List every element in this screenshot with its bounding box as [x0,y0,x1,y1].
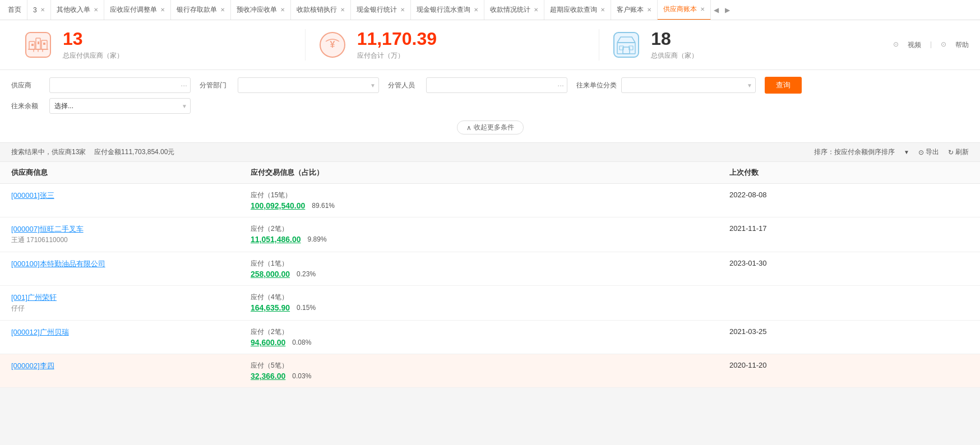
summary-card-total-suppliers: 18 总供应商（家） [599,29,893,61]
close-icon[interactable]: ✕ [600,7,605,13]
last-pay-0: 2022-08-08 [729,191,767,199]
dept-select-wrap: ▼ [238,77,379,93]
tx-label-2: 应付（1笔） [251,259,729,268]
nav-tab-customer-ledger[interactable]: 客户账本 ✕ [611,0,658,20]
close-icon[interactable]: ✕ [220,7,225,13]
collapse-button[interactable]: ∧ 收起更多条件 [457,120,524,135]
nav-tab-cash-bank-stat[interactable]: 现金银行统计 ✕ [351,0,411,20]
refresh-button[interactable]: ↻ 刷新 [948,147,969,157]
tx-percent-1: 9.89% [308,235,327,243]
filter-supplier: 供应商 ··· [11,77,191,93]
person-filter-label: 分管人员 [388,81,422,90]
total-supplier-count: 18 [651,29,698,49]
close-icon[interactable]: ✕ [340,7,345,13]
supplier-sub-1: 王通 17106110000 [11,235,251,245]
summary-section: 13 总应付供应商（家） ¥ 11,170.39 应付合计（万） [0,20,980,70]
tx-amount-5[interactable]: 32,366.00 [251,372,285,381]
help-link[interactable]: 帮助 [955,40,969,50]
nav-tab-supplier-ledger[interactable]: 供应商账本 ✕ [658,0,711,20]
close-icon[interactable]: ✕ [474,7,478,13]
filter-person: 分管人员 ··· [388,77,567,93]
tx-label-3: 应付（4笔） [251,293,729,302]
tx-amount-0[interactable]: 100,092,540.00 [251,201,305,210]
tx-amount-3[interactable]: 164,635.90 [251,303,290,312]
nav-tab-cash-flow[interactable]: 现金银行流水查询 ✕ [411,0,484,20]
total-payable-amount: 11,170.39 [357,29,437,49]
close-icon[interactable]: ✕ [534,7,538,13]
chevron-up-icon: ∧ [466,124,471,132]
refresh-icon: ↻ [948,149,954,156]
tx-row-5: 32,366.00 0.03% [251,372,729,381]
sort-label: 排序：按应付余额倒序排序 [814,147,895,157]
nav-tab-other-income[interactable]: 其他收入单 ✕ [51,0,104,20]
summary-card-payable-suppliers: 13 总应付供应商（家） [11,29,306,61]
supplier-link-3[interactable]: [001]广州荣轩 [11,293,251,303]
supplier-info-cell-1: [000007]恒旺二手叉车 王通 17106110000 [11,224,251,245]
close-icon[interactable]: ✕ [700,6,705,12]
svg-text:¥: ¥ [330,40,335,49]
top-navigation: 首页 3 ✕ 其他收入单 ✕ 应收应付调整单 ✕ 银行存取款单 ✕ 预收冲应收单… [0,0,980,20]
supplier-link-2[interactable]: [000100]本特勤油品有限公司 [11,259,251,269]
supplier-info-cell-3: [001]广州荣轩 仔仔 [11,293,251,313]
tx-amount-1[interactable]: 11,051,486.00 [251,235,301,244]
table-header-tx: 应付交易信息（占比） [251,168,729,178]
nav-right-arrow[interactable]: ▶ [722,0,733,20]
summary-card1-info: 13 总应付供应商（家） [63,29,123,61]
tx-amount-2[interactable]: 258,000.00 [251,270,290,279]
nav-tab-ap-adjustment[interactable]: 应收应付调整单 ✕ [104,0,171,20]
query-button[interactable]: 查询 [765,77,802,94]
supplier-info-cell-5: [000002]李四 [11,361,251,371]
svg-rect-2 [31,44,34,46]
lastpay-cell-0: 2022-08-08 [729,191,969,199]
video-link[interactable]: 视频 [908,40,921,50]
close-icon[interactable]: ✕ [400,7,405,13]
supplier-link-0[interactable]: [000001]张三 [11,191,251,201]
balance-select[interactable]: 选择... [49,98,191,114]
close-icon[interactable]: ✕ [160,7,165,13]
supplier-link-1[interactable]: [000007]恒旺二手叉车 [11,224,251,234]
result-text-1: 搜索结果中，供应商13家 [11,147,86,157]
nav-tab-collection-stat[interactable]: 收款情况统计 ✕ [484,0,544,20]
close-icon[interactable]: ✕ [94,7,98,13]
filter-dept: 分管部门 ▼ [200,77,379,93]
balance-filter-label: 往来余额 [11,101,45,111]
supplier-link-5[interactable]: [000002]李四 [11,361,251,371]
export-icon: ⊙ [918,149,924,156]
nav-left-arrow[interactable]: ◀ [711,0,722,20]
export-button[interactable]: ⊙ 导出 [918,147,939,157]
summary-card3-info: 18 总供应商（家） [651,29,698,61]
supplier-link-4[interactable]: [000012]广州贝瑞 [11,327,251,337]
nav-tab-3[interactable]: 3 ✕ [27,0,51,20]
summary-links: ⊙ 视频 | ⊙ 帮助 [893,40,969,50]
table-header-row: 供应商信息 应付交易信息（占比） 上次付数 [0,162,980,184]
filter-category: 往来单位分类 ▼ [576,77,756,93]
nav-tab-overdue-query[interactable]: 超期应收款查询 ✕ [544,0,611,20]
dept-select[interactable] [238,77,379,93]
tx-info-cell-0: 应付（15笔） 100,092,540.00 89.61% [251,191,729,210]
total-payable-label: 应付合计（万） [357,51,437,61]
nav-tab-home[interactable]: 首页 [2,0,27,20]
category-select[interactable] [621,77,756,93]
tx-info-cell-1: 应付（2笔） 11,051,486.00 9.89% [251,224,729,244]
supplier-input[interactable] [49,77,191,93]
result-bar-right: 排序：按应付余额倒序排序 ▼ ⊙ 导出 ↻ 刷新 [814,147,969,157]
nav-tab-payment-execute[interactable]: 收款核销执行 ✕ [291,0,351,20]
close-icon[interactable]: ✕ [280,7,285,13]
close-icon[interactable]: ✕ [40,7,45,13]
category-filter-label: 往来单位分类 [576,81,617,90]
supplier-filter-label: 供应商 [11,81,45,90]
tx-percent-2: 0.23% [297,270,316,278]
person-input-wrap: ··· [426,77,567,93]
tx-label-0: 应付（15笔） [251,191,729,200]
filter-section: 供应商 ··· 分管部门 ▼ 分管人员 ··· 往来单位分类 [0,70,980,143]
nav-tab-prepay[interactable]: 预收冲应收单 ✕ [231,0,291,20]
circle-icon-2: ⊙ [941,40,946,50]
close-icon[interactable]: ✕ [647,7,651,13]
table-row: [001]广州荣轩 仔仔 应付（4笔） 164,635.90 0.15% [0,286,980,321]
payable-icon: ¥ [317,29,348,61]
person-input[interactable] [426,77,567,93]
result-bar: 搜索结果中，供应商13家 应付金额111,703,854.00元 排序：按应付余… [0,143,980,162]
tx-label-1: 应付（2笔） [251,224,729,234]
tx-amount-4[interactable]: 94,600.00 [251,338,285,347]
nav-tab-bank-deposit[interactable]: 银行存取款单 ✕ [171,0,231,20]
